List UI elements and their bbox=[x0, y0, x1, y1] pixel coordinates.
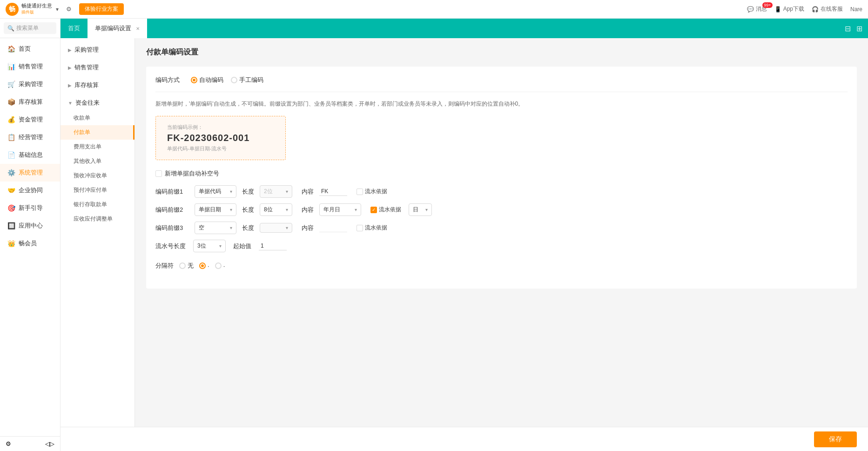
page-content: 付款单编码设置 编码方式 自动编码 手工编码 bbox=[135, 38, 868, 427]
tab-maximize-button[interactable]: ⊞ bbox=[855, 22, 864, 35]
sidebar-item-system[interactable]: ⚙️ 系统管理 bbox=[0, 164, 60, 182]
radio-auto-dot bbox=[191, 77, 197, 83]
prefix2-select[interactable]: 单据日期 ▾ bbox=[195, 203, 236, 216]
subnav-header-sales[interactable]: ▶ 销售管理 bbox=[61, 60, 135, 75]
sep-radio-dot[interactable]: · bbox=[199, 263, 209, 269]
tab-encode-label: 单据编码设置 bbox=[95, 24, 131, 33]
chevron-down-icon: ▾ bbox=[286, 207, 288, 212]
sidebar-item-home[interactable]: 🏠 首页 bbox=[0, 40, 60, 58]
prefix2-day-select[interactable]: 日 ▾ bbox=[409, 203, 432, 216]
collapse-icon[interactable]: ◁▷ bbox=[45, 440, 54, 447]
sidebar-item-label: 企业协同 bbox=[19, 186, 43, 195]
sidebar-item-finance[interactable]: 💰 资金管理 bbox=[0, 111, 60, 128]
prefix1-content-input[interactable] bbox=[319, 187, 347, 196]
tab-home[interactable]: 首页 bbox=[61, 19, 87, 38]
sidebar-item-inventory[interactable]: 📦 库存核算 bbox=[0, 93, 60, 111]
inner-layout: ▶ 采购管理 ▶ 销售管理 ▶ 库存核算 bbox=[61, 38, 868, 427]
subnav-item-receipt[interactable]: 收款单 bbox=[61, 111, 135, 125]
subnav-item-receivable-adjust[interactable]: 应收应付调整单 bbox=[61, 212, 135, 226]
online-service-button[interactable]: 🎧 在线客服 bbox=[812, 5, 843, 13]
config-section: 编码前缀1 单据代码 ▾ 长度 2位 ▾ 内容 bbox=[155, 185, 848, 234]
sidebar-item-basic[interactable]: 📄 基础信息 bbox=[0, 146, 60, 164]
sidebar-item-apps[interactable]: 🔲 应用中心 bbox=[0, 217, 60, 235]
sidebar-item-purchase[interactable]: 🛒 采购管理 bbox=[0, 75, 60, 93]
basic-icon: 📄 bbox=[7, 151, 15, 159]
tab-close-icon[interactable]: ✕ bbox=[136, 26, 140, 31]
tab-encode-setting[interactable]: 单据编码设置 ✕ bbox=[87, 19, 147, 38]
sidebar-item-label: 采购管理 bbox=[19, 80, 43, 88]
auto-fill-row[interactable]: 新增单据自动补空号 bbox=[155, 169, 848, 178]
app-download-button[interactable]: 📱 App下载 bbox=[774, 5, 804, 13]
prefix1-length-select[interactable]: 2位 ▾ bbox=[260, 185, 292, 198]
start-value-input[interactable] bbox=[259, 242, 287, 250]
app-logo: 畅 畅捷通好生意 插件版 bbox=[6, 3, 52, 16]
config-row-2: 编码前缀2 单据日期 ▾ 长度 8位 ▾ 内容 bbox=[155, 203, 848, 216]
subnav-group-fund: ▼ 资金往来 收款单 付款单 费用支出单 其他收入单 bbox=[61, 95, 135, 226]
member-icon: 👑 bbox=[7, 240, 15, 247]
sales-icon: 📊 bbox=[7, 63, 15, 70]
subnav-label: 销售管理 bbox=[74, 63, 99, 72]
subnav-item-expense[interactable]: 费用支出单 bbox=[61, 140, 135, 154]
subnav-item-other-income[interactable]: 其他收入单 bbox=[61, 154, 135, 168]
sep-radio-none[interactable]: 无 bbox=[179, 262, 194, 270]
search-placeholder: 搜索菜单 bbox=[16, 24, 39, 32]
sidebar-item-operation[interactable]: 📋 经营管理 bbox=[0, 128, 60, 146]
nav-dropdown[interactable]: ▾ bbox=[56, 6, 59, 13]
chevron-down-icon: ▾ bbox=[425, 207, 428, 212]
radio-manual[interactable]: 手工编码 bbox=[231, 76, 263, 84]
subnav-group-sales: ▶ 销售管理 bbox=[61, 60, 135, 75]
subnav-item-pre-payment[interactable]: 预付冲应付单 bbox=[61, 183, 135, 197]
prefix1-content-label: 内容 bbox=[302, 188, 314, 196]
trial-button[interactable]: 体验行业方案 bbox=[79, 3, 124, 15]
sidebar-item-sales[interactable]: 📊 销售管理 bbox=[0, 58, 60, 75]
separator-row: 分隔符 无 · · bbox=[155, 262, 848, 270]
subnav-item-pre-receivable[interactable]: 预收冲应收单 bbox=[61, 168, 135, 183]
sidebar-item-cooperation[interactable]: 🤝 企业协同 bbox=[0, 182, 60, 199]
example-code: FK-20230602-001 bbox=[167, 133, 274, 143]
message-button[interactable]: 💬 消息 99+ bbox=[747, 5, 767, 13]
tab-home-label: 首页 bbox=[68, 24, 80, 33]
cooperation-icon: 🤝 bbox=[7, 187, 15, 194]
arrow-down-icon: ▼ bbox=[68, 101, 73, 106]
prefix1-select[interactable]: 单据代码 ▾ bbox=[195, 185, 236, 198]
subnav-header-purchase[interactable]: ▶ 采购管理 bbox=[61, 42, 135, 58]
chevron-down-icon: ▾ bbox=[219, 243, 222, 249]
tab-minimize-button[interactable]: ⊟ bbox=[843, 22, 853, 35]
prefix1-stream-checkbox[interactable]: 流水依据 bbox=[357, 188, 387, 195]
search-bar[interactable]: 🔍 搜索菜单 bbox=[4, 22, 56, 34]
search-icon: 🔍 bbox=[7, 25, 14, 32]
logo-icon: 畅 bbox=[6, 3, 19, 16]
sidebar-item-member[interactable]: 👑 畅会员 bbox=[0, 235, 60, 252]
sidebar-search: 🔍 搜索菜单 bbox=[0, 19, 60, 38]
prefix1-stream-label: 流水依据 bbox=[365, 188, 387, 195]
chevron-down-icon: ▾ bbox=[286, 189, 288, 194]
settings-icon[interactable]: ⚙ bbox=[62, 3, 75, 16]
auto-fill-checkbox[interactable] bbox=[155, 170, 162, 177]
prefix2-length-select[interactable]: 8位 ▾ bbox=[260, 203, 292, 216]
tab-bar: 首页 单据编码设置 ✕ ⊟ ⊞ bbox=[61, 19, 868, 38]
user-menu[interactable]: Nare bbox=[850, 6, 862, 13]
prefix3-length-select[interactable]: ▾ bbox=[260, 223, 292, 233]
serial-length-select[interactable]: 3位 ▾ bbox=[193, 240, 226, 252]
logo-name: 畅捷通好生意 bbox=[21, 3, 52, 9]
chevron-down-icon: ▾ bbox=[286, 225, 288, 230]
save-button[interactable]: 保存 bbox=[814, 431, 857, 447]
auto-fill-label: 新增单据自动补空号 bbox=[165, 169, 219, 178]
prefix3-select[interactable]: 空 ▾ bbox=[195, 222, 236, 234]
prefix2-content-select[interactable]: 年月日 ▾ bbox=[319, 203, 361, 216]
subnav-item-bank-deposit[interactable]: 银行存取款单 bbox=[61, 197, 135, 212]
subnav-header-inventory[interactable]: ▶ 库存核算 bbox=[61, 77, 135, 93]
subnav-label: 库存核算 bbox=[74, 81, 99, 89]
radio-auto[interactable]: 自动编码 bbox=[191, 76, 223, 84]
sep-radio-dot2[interactable]: · bbox=[215, 263, 225, 269]
subnav-header-fund[interactable]: ▼ 资金往来 bbox=[61, 95, 135, 111]
subnav-item-payment[interactable]: 付款单 bbox=[61, 125, 135, 140]
prefix3-stream-checkbox[interactable]: 流水依据 bbox=[357, 224, 387, 232]
prefix2-stream-checkbox[interactable]: ✓ 流水依据 bbox=[370, 206, 401, 214]
settings-bottom-icon[interactable]: ⚙ bbox=[6, 440, 11, 447]
main-layout: 🔍 搜索菜单 🏠 首页 📊 销售管理 🛒 采购管理 📦 库存核算 💰 bbox=[0, 19, 868, 451]
sidebar-item-guide[interactable]: 🎯 新手引导 bbox=[0, 199, 60, 217]
sidebar-item-label: 畅会员 bbox=[19, 239, 37, 248]
guide-icon: 🎯 bbox=[7, 204, 15, 212]
prefix3-content-input[interactable] bbox=[319, 223, 347, 232]
